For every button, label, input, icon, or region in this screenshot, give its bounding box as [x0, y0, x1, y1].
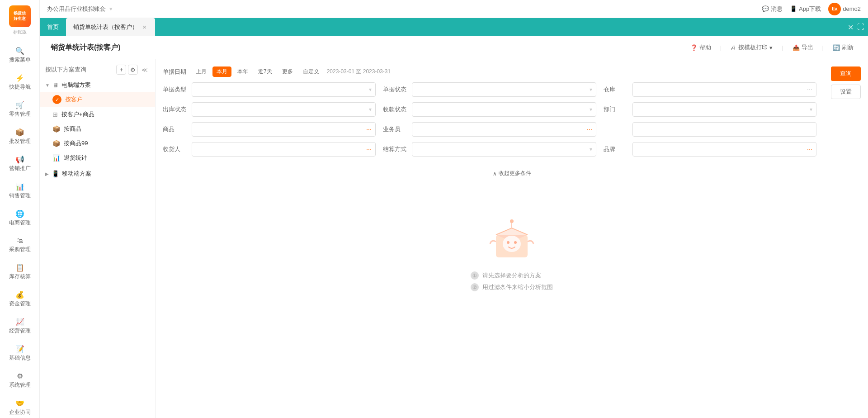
order-type-arrow: ▾: [369, 86, 372, 93]
desktop-pc-icon: 🖥: [52, 81, 59, 89]
dept2-field: [604, 122, 816, 137]
sidebar-label-operations: 经营管理: [4, 327, 36, 335]
sidebar-item-purchase[interactable]: 🛍 采购管理: [2, 232, 38, 258]
user-profile[interactable]: Ea demo2: [828, 3, 861, 15]
dept2-input[interactable]: [632, 122, 816, 137]
quick-nav-icon: ⚡: [4, 74, 36, 82]
goods-label: 商品: [163, 125, 188, 133]
scheme-icon-return-stat: 📊: [52, 154, 60, 162]
tab-close-sales-stat[interactable]: ✕: [141, 24, 148, 31]
date-tab-本年[interactable]: 本年: [233, 66, 252, 77]
brand-input[interactable]: ⋯: [632, 142, 816, 157]
goods-input[interactable]: ⋯: [192, 122, 376, 137]
sidebar-item-quick-nav[interactable]: ⚡ 快捷导航: [2, 69, 38, 95]
warehouse-input[interactable]: ⋯: [632, 82, 816, 97]
query-button[interactable]: 查询: [831, 66, 861, 81]
logo-subtitle: 标账版: [4, 29, 36, 35]
print-label: 按模板打印: [738, 43, 768, 52]
settlement-field: 结算方式 ▾: [383, 142, 596, 157]
sidebar-item-enterprise[interactable]: 🤝 企业协同: [2, 394, 38, 418]
date-tab-上月[interactable]: 上月: [192, 66, 211, 77]
desktop-scheme-items: ✓ 按客户 ⊞ 按客户+商品 📦 按商品 📦 按商品99 📊 退货统计: [40, 92, 155, 165]
desktop-group-label: 电脑端方案: [61, 81, 91, 89]
print-btn[interactable]: 🖨 按模板打印 ▾: [727, 42, 776, 53]
scheme-item-by-goods-99[interactable]: 📦 按商品99: [40, 136, 155, 151]
add-scheme-btn[interactable]: ＋: [116, 65, 126, 75]
page-title: 销货单统计表(按客户): [51, 43, 121, 52]
phone-icon: 📱: [790, 5, 797, 12]
purchase-icon: 🛍: [4, 237, 36, 245]
sidebar-item-ecommerce[interactable]: 🌐 电商管理: [2, 205, 38, 231]
avatar: Ea: [828, 3, 841, 15]
scheme-panel: 按以下方案查询 ＋ ⚙ ≪ ▼ 🖥 电脑端方案 ✓: [40, 59, 156, 418]
settings-button[interactable]: 设置: [831, 85, 861, 99]
warehouse-label: 仓库: [604, 86, 629, 94]
salesperson-input[interactable]: ⋯: [412, 122, 596, 137]
svg-point-1: [503, 236, 521, 252]
date-tab-本月[interactable]: 本月: [212, 66, 231, 77]
recipient-input[interactable]: ⋯: [192, 142, 376, 157]
scheme-group-desktop: ▼ 🖥 电脑端方案 ✓ 按客户 ⊞ 按客户+商品 📦 按商品 📦 按商品99 �: [40, 78, 155, 165]
sidebar-item-operations[interactable]: 📈 经营管理: [2, 313, 38, 339]
payment-input[interactable]: ▾: [412, 102, 596, 117]
brand-label: 品牌: [604, 145, 629, 153]
order-status-label: 单据状态: [383, 86, 408, 94]
scheme-group-mobile-header[interactable]: ▶ 📱 移动端方案: [40, 167, 155, 180]
tab-expand-btn[interactable]: ⛶: [857, 23, 864, 31]
retail-icon: 🛒: [4, 101, 36, 109]
scheme-item-by-goods[interactable]: 📦 按商品: [40, 122, 155, 136]
empty-tip-1: ① 请先选择要分析的方案: [471, 271, 553, 280]
print-arrow: ▾: [769, 44, 773, 51]
sidebar-item-marketing[interactable]: 📢 营销推广: [2, 151, 38, 177]
settings-scheme-btn[interactable]: ⚙: [128, 65, 138, 75]
scheme-item-by-customer[interactable]: ✓ 按客户: [40, 92, 155, 107]
scheme-item-by-customer-goods[interactable]: ⊞ 按客户+商品: [40, 107, 155, 122]
collapse-up-icon: ∧: [493, 171, 497, 177]
settlement-input[interactable]: ▾: [412, 142, 596, 157]
export-btn[interactable]: 📤 导出: [789, 42, 817, 53]
action-buttons: 查询 设置: [831, 66, 861, 99]
recipient-label: 收货人: [163, 145, 188, 153]
print-icon: 🖨: [731, 44, 736, 51]
sidebar-item-finance[interactable]: 💰 资金管理: [2, 286, 38, 312]
scheme-icon-by-customer-goods: ⊞: [52, 111, 58, 118]
tab-sales-stat[interactable]: 销货单统计表（按客户）✕: [66, 18, 155, 36]
export-icon: 📤: [793, 44, 800, 51]
header-left: 办公用品行业模拟账套 ▾: [47, 5, 113, 13]
sidebar-label-system: 系统管理: [4, 381, 36, 389]
dept-input[interactable]: ▾: [632, 102, 816, 117]
message-icon: 💬: [762, 5, 769, 12]
scheme-icon-by-goods-99: 📦: [52, 140, 60, 147]
sidebar-item-inventory[interactable]: 📋 库存核算: [2, 259, 38, 285]
search-icon: 🔍: [4, 47, 36, 55]
message-btn[interactable]: 💬 消息: [762, 5, 783, 13]
finance-icon: 💰: [4, 290, 36, 299]
date-tab-更多[interactable]: 更多: [278, 66, 297, 77]
order-type-input[interactable]: ▾: [192, 82, 376, 97]
date-tab-近7天[interactable]: 近7天: [254, 66, 276, 77]
tab-home[interactable]: 首页: [40, 18, 66, 36]
date-filter-row: 单据日期 上月本月本年近7天更多自定义 2023-03-01 至 2023-03…: [163, 66, 816, 77]
refresh-btn[interactable]: 🔄 刷新: [829, 42, 857, 53]
order-status-input[interactable]: ▾: [412, 82, 596, 97]
collapse-btn[interactable]: ∧ 收起更多条件: [487, 168, 537, 179]
sidebar-item-retail[interactable]: 🛒 零售管理: [2, 96, 38, 123]
date-tab-自定义[interactable]: 自定义: [299, 66, 323, 77]
sidebar-item-system[interactable]: ⚙ 系统管理: [2, 367, 38, 394]
sidebar-item-basic[interactable]: 📝 基础信息: [2, 340, 38, 366]
outbound-input[interactable]: ▾: [192, 102, 376, 117]
settlement-arrow: ▾: [590, 146, 592, 152]
empty-tip-2: ② 用过滤条件来缩小分析范围: [471, 283, 553, 291]
sidebar-item-search[interactable]: 🔍 搜索菜单: [2, 42, 38, 68]
sidebar-item-wholesale[interactable]: 📦 批发管理: [2, 124, 38, 150]
help-btn[interactable]: ❓ 帮助: [687, 42, 715, 53]
app-download-label: App下载: [799, 5, 821, 13]
sidebar-item-sales[interactable]: 📊 销售管理: [2, 178, 38, 204]
collapse-scheme-btn[interactable]: ≪: [140, 65, 150, 75]
salesperson-dots: ⋯: [587, 126, 592, 133]
app-download-btn[interactable]: 📱 App下载: [790, 5, 821, 13]
tab-close-all-btn[interactable]: ✕: [848, 23, 854, 32]
page-actions: ❓ 帮助 | 🖨 按模板打印 ▾ | 📤 导出 | 🔄 刷新: [687, 42, 857, 53]
scheme-item-return-stat[interactable]: 📊 退货统计: [40, 151, 155, 165]
scheme-group-desktop-header[interactable]: ▼ 🖥 电脑端方案: [40, 78, 155, 92]
